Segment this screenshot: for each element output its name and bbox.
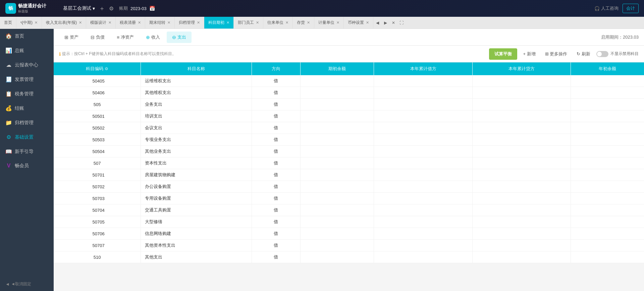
table-row[interactable]: 50501 培训支出 借 — [54, 110, 644, 122]
refresh-button[interactable]: ↻ 刷新 — [573, 49, 594, 59]
close-icon[interactable]: ✕ — [366, 20, 369, 25]
tab-template[interactable]: 模版设计 ✕ — [86, 17, 116, 29]
account-button[interactable]: 会计 — [623, 4, 639, 13]
tab-expand[interactable]: ⛶ — [397, 17, 406, 29]
col-year-initial: 年初余额 — [571, 62, 644, 75]
table-container[interactable]: 科目编码 ⚙ 科目名称 方向 期初余额 本年累计借方 本年累计贷方 年初余额 5… — [54, 62, 644, 291]
cell-name: 办公设备购置 — [141, 181, 252, 193]
sidebar-item-closing[interactable]: 💰 结账 — [0, 101, 54, 115]
sidebar-item-tax[interactable]: 📋 税务管理 — [0, 87, 54, 101]
cell-year-initial — [571, 75, 644, 87]
sidebar-item-archive[interactable]: 📁 归档管理 — [0, 115, 54, 130]
sub-tab-net-assets[interactable]: ≡ 净资产 — [111, 32, 139, 43]
table-row[interactable]: 507 资本性支出 借 — [54, 157, 644, 169]
table-row[interactable]: 50706 信息网络购建 借 — [54, 228, 644, 240]
service-button[interactable]: 🎧 人工咨询 — [594, 5, 619, 11]
company-selector[interactable]: 基层工会测试 ▾ — [63, 5, 95, 11]
cell-direction: 借 — [252, 75, 300, 87]
sub-tab-income[interactable]: ⊕ 收入 — [141, 32, 165, 43]
sidebar-label: 基础设置 — [15, 134, 34, 140]
sub-tab-assets[interactable]: ⊞ 资产 — [59, 32, 84, 43]
tab-annual[interactable]: 收入支出表(年报) ✕ — [42, 17, 86, 29]
disable-toggle[interactable]: 不显示禁用科目 — [596, 51, 639, 57]
close-icon[interactable]: ✕ — [108, 20, 111, 25]
table-row[interactable]: 50502 会议支出 借 — [54, 122, 644, 134]
cell-initial-balance — [301, 134, 374, 146]
header-center: 基层工会测试 ▾ ＋ ⚙ 账期 2023-03 📅 — [63, 4, 590, 12]
add-company-button[interactable]: ＋ — [98, 4, 106, 12]
cell-code: 510 — [54, 251, 141, 263]
tab-close-all[interactable]: ✕ — [389, 17, 397, 29]
col-settings-icon[interactable]: ⚙ — [105, 66, 108, 71]
table-row[interactable]: 50701 房屋建筑物购建 借 — [54, 169, 644, 181]
balance-button[interactable]: 试算平衡 — [489, 48, 517, 60]
settings-icon[interactable]: ⚙ — [109, 5, 114, 12]
tab-archive[interactable]: 归档管理 ✕ — [175, 17, 204, 29]
table-row[interactable]: 50702 办公设备购置 借 — [54, 181, 644, 193]
sub-tab-expenditure[interactable]: ⊖ 支出 — [167, 32, 192, 43]
table-row[interactable]: 50704 交通工具购置 借 — [54, 204, 644, 216]
cell-year-initial — [571, 193, 644, 204]
toggle-label: 不显示禁用科目 — [610, 51, 639, 57]
tab-period-close[interactable]: 期末结转 ✕ — [145, 17, 175, 29]
cell-code: 50503 — [54, 134, 141, 146]
cell-year-initial — [571, 251, 644, 263]
table-row[interactable]: 50504 其他业务支出 借 — [54, 146, 644, 157]
cell-year-initial — [571, 146, 644, 157]
sidebar-collapse-button[interactable]: ◄ ◄取消固定 — [0, 277, 54, 291]
table-row[interactable]: 50503 专项业务支出 借 — [54, 134, 644, 146]
tab-currency[interactable]: 币种设置 ✕ — [344, 17, 373, 29]
tax-icon: 📋 — [5, 91, 12, 97]
table-row[interactable]: 50405 运维维权支出 借 — [54, 75, 644, 87]
tab-department[interactable]: 部门员工 ✕ — [234, 17, 263, 29]
table-row[interactable]: 505 业务支出 借 — [54, 99, 644, 110]
close-icon[interactable]: ✕ — [336, 20, 339, 25]
tab-inventory[interactable]: 存货 ✕ — [293, 17, 314, 29]
calendar-icon[interactable]: 📅 — [149, 6, 155, 11]
close-icon[interactable]: ✕ — [197, 20, 200, 25]
close-icon[interactable]: ✕ — [226, 20, 229, 25]
col-ytd-credit: 本年累计贷方 — [472, 62, 571, 75]
tab-home[interactable]: 首页 — [0, 17, 16, 29]
tab-nav-right[interactable]: ▶ — [381, 17, 389, 29]
col-direction: 方向 — [252, 62, 300, 75]
table-row[interactable]: 50703 专用设备购置 借 — [54, 193, 644, 204]
close-icon[interactable]: ✕ — [35, 20, 38, 25]
sidebar-item-member[interactable]: V 畅会员 — [0, 159, 54, 173]
cell-ytd-credit — [472, 122, 571, 134]
more-operations-button[interactable]: ⊞ 更多操作 — [542, 49, 571, 59]
app-logo: 畅 — [5, 3, 16, 14]
sub-tab-liabilities[interactable]: ⊟ 负债 — [85, 32, 110, 43]
tab-subject-initial[interactable]: 科目期初 ✕ — [204, 17, 234, 29]
sidebar-item-general-ledger[interactable]: 📊 总账 — [0, 43, 54, 58]
tab-contacts[interactable]: 往来单位 ✕ — [263, 17, 293, 29]
table-row[interactable]: 510 其他支出 借 — [54, 251, 644, 263]
table-row[interactable]: 50705 大型修缮 借 — [54, 216, 644, 228]
sidebar-item-invoice[interactable]: 🧾 发票管理 — [0, 72, 54, 87]
cell-ytd-debit — [374, 99, 473, 110]
content-area: ⊞ 资产 ⊟ 负债 ≡ 净资产 ⊕ 收入 ⊖ 支出 启用期间：2023.03 — [54, 29, 644, 291]
cell-ytd-credit — [472, 157, 571, 169]
sidebar-item-guide[interactable]: 📖 新手引导 — [0, 144, 54, 159]
close-icon[interactable]: ✕ — [307, 20, 310, 25]
tab-tax[interactable]: 税表清册 ✕ — [116, 17, 145, 29]
cell-name: 专用设备购置 — [141, 193, 252, 204]
close-icon[interactable]: ✕ — [167, 20, 170, 25]
close-icon[interactable]: ✕ — [256, 20, 259, 25]
close-icon[interactable]: ✕ — [79, 20, 82, 25]
tab-unit[interactable]: 计量单位 ✕ — [314, 17, 344, 29]
close-icon[interactable]: ✕ — [138, 20, 141, 25]
cell-code: 50501 — [54, 110, 141, 122]
sidebar-item-basic-settings[interactable]: ⚙ 基础设置 — [0, 130, 54, 144]
close-icon[interactable]: ✕ — [285, 20, 288, 25]
toggle-track[interactable] — [596, 51, 608, 57]
cell-ytd-credit — [472, 110, 571, 122]
sidebar-item-home[interactable]: 🏠 首页 — [0, 29, 54, 43]
tab-interim[interactable]: ৎ(中期) ✕ — [16, 17, 42, 29]
sidebar-label: 结账 — [15, 105, 24, 111]
add-new-button[interactable]: + 新增 — [520, 49, 539, 59]
tab-nav-left[interactable]: ◀ — [373, 17, 381, 29]
table-row[interactable]: 50406 其他维权支出 借 — [54, 87, 644, 99]
table-row[interactable]: 50707 其他资本性支出 借 — [54, 240, 644, 251]
sidebar-item-reports[interactable]: ☁ 云报表中心 — [0, 58, 54, 72]
